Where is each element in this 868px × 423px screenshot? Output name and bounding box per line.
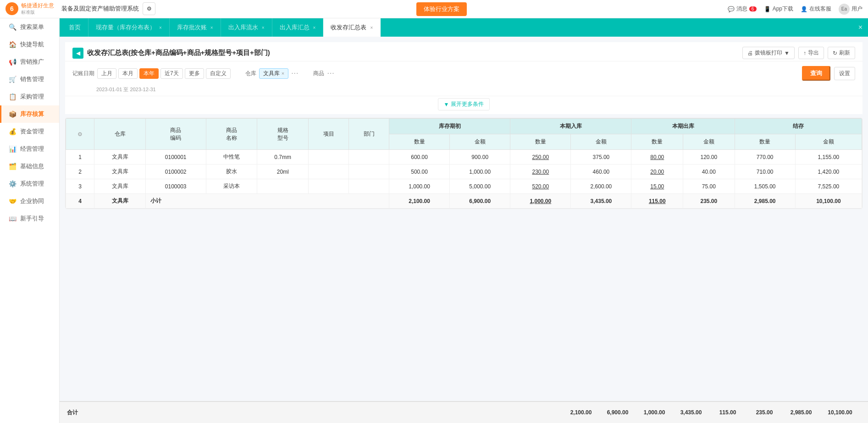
row1-in-qty[interactable]: 250.00	[510, 150, 571, 165]
expand-more-button[interactable]: ▼ 展开更多条件	[438, 98, 490, 110]
sidebar-item-base-info[interactable]: 🗂️ 基础信息	[0, 158, 59, 175]
sidebar-item-operations[interactable]: 📊 经营管理	[0, 140, 59, 158]
tab-in-out-flow[interactable]: 出入库流水 ×	[221, 18, 272, 37]
sidebar-item-purchase[interactable]: 📋 采购管理	[0, 88, 59, 105]
sidebar-item-system[interactable]: ⚙️ 系统管理	[0, 175, 59, 192]
out-group-header: 本期出库	[631, 119, 735, 134]
date-btn-more[interactable]: 更多	[185, 68, 204, 79]
row1-product-code: 0100001	[145, 150, 206, 165]
product-more-button[interactable]: ···	[327, 69, 334, 77]
sidebar-item-search[interactable]: 🔍 搜索菜单	[0, 18, 59, 36]
service-icon: 👤	[801, 6, 807, 12]
data-table: ⚙ 仓库 商品编码 商品名称 规格型号 项目 部门 库存期初 本期入库 本期出库	[66, 118, 862, 209]
sidebar-item-guide[interactable]: 📖 新手引导	[0, 210, 59, 227]
query-button[interactable]: 查询	[802, 66, 830, 81]
row1-closing-amt: 1,155.00	[795, 150, 862, 165]
table-container: ⚙ 仓库 商品编码 商品名称 规格型号 项目 部门 库存期初 本期入库 本期出库	[65, 118, 862, 209]
avatar: Ea	[839, 4, 850, 15]
product-filter: 商品 ···	[313, 69, 334, 77]
sidebar-item-quick-nav[interactable]: 🏠 快捷导航	[0, 36, 59, 53]
tab-close-in-out-flow[interactable]: ×	[262, 25, 265, 30]
row2-opening-amt: 1,000.00	[450, 165, 510, 179]
row3-product-name: 采访本	[206, 179, 257, 194]
chevron-down-icon: ▼	[444, 101, 449, 108]
table-row: 3 文具库 0100003 采访本 1,000.00 5,000.00 520.…	[66, 179, 862, 194]
row1-out-qty[interactable]: 80.00	[631, 150, 683, 165]
sidebar-item-cooperation[interactable]: 🤝 企业协同	[0, 192, 59, 210]
row2-product-code: 0100002	[145, 165, 206, 179]
message-icon: 💬	[728, 6, 735, 12]
system-icon: ⚙️	[9, 180, 17, 187]
filter-section: ◀ 收发存汇总表(按仓库+商品编码+商品+规格型号+项目+部门) 🖨 拨镜板打印…	[65, 42, 862, 114]
tab-close-in-out-summary[interactable]: ×	[313, 25, 316, 30]
tab-close-batch-account[interactable]: ×	[210, 25, 213, 30]
tab-in-out-summary[interactable]: 出入库汇总 ×	[272, 18, 324, 37]
print-button[interactable]: 🖨 拨镜板打印 ▼	[742, 47, 795, 59]
tab-bar-close-button[interactable]: ×	[853, 23, 868, 32]
subtotal-out-qty[interactable]: 115.00	[631, 194, 683, 209]
row2-closing-qty: 710.00	[735, 165, 795, 179]
footer-out-qty: 115.00	[709, 409, 746, 416]
logo-sub: 标准版	[21, 9, 54, 16]
row1-seq: 1	[66, 150, 94, 165]
row3-department	[349, 179, 389, 194]
sidebar-item-sales[interactable]: 🛒 销售管理	[0, 71, 59, 88]
sales-icon: 🛒	[9, 76, 17, 83]
subtotal-opening-amt: 6,900.00	[450, 194, 510, 209]
refresh-icon: ↻	[833, 50, 837, 56]
row3-opening-qty: 1,000.00	[389, 179, 450, 194]
trial-button[interactable]: 体验行业方案	[416, 2, 467, 16]
warehouse-more-button[interactable]: ···	[291, 69, 299, 77]
tab-close-inventory-dist[interactable]: ×	[159, 25, 162, 30]
chevron-down-icon: ▼	[784, 50, 790, 56]
message-badge: 6	[749, 6, 757, 11]
refresh-button[interactable]: ↻ 刷新	[828, 47, 855, 59]
tab-inventory-dist[interactable]: 现存量（库存分布表） ×	[88, 18, 170, 37]
date-btn-custom[interactable]: 自定义	[206, 68, 231, 79]
row3-seq: 3	[66, 179, 94, 194]
row2-out-qty[interactable]: 20.00	[631, 165, 683, 179]
app-download-button[interactable]: 📱 App下载	[764, 5, 793, 13]
row3-product-spec	[257, 179, 309, 194]
warehouse-tag-close[interactable]: ×	[282, 71, 284, 76]
subtotal-in-qty[interactable]: 1,000.00	[510, 194, 571, 209]
tab-recv-send-summary[interactable]: 收发存汇总表 ×	[323, 18, 381, 37]
warehouse-filter: 仓库 文具库 × ···	[245, 68, 299, 79]
opening-group-header: 库存期初	[389, 119, 510, 134]
row3-in-qty[interactable]: 520.00	[510, 179, 571, 194]
finance-icon: 💰	[9, 128, 17, 135]
row1-product-spec: 0.7mm	[257, 150, 309, 165]
online-service-button[interactable]: 👤 在线客服	[801, 5, 831, 13]
footer-opening-amt: 6,900.00	[599, 409, 636, 416]
collapse-button[interactable]: ◀	[72, 48, 83, 59]
user-menu-button[interactable]: Ea 用户	[839, 4, 862, 15]
row3-warehouse: 文具库	[94, 179, 145, 194]
page-content: ◀ 收发存汇总表(按仓库+商品编码+商品+规格型号+项目+部门) 🖨 拨镜板打印…	[60, 37, 868, 401]
cooperation-icon: 🤝	[9, 198, 17, 205]
sidebar-item-marketing[interactable]: 📢 营销推广	[0, 53, 59, 71]
row3-out-qty[interactable]: 15.00	[631, 179, 683, 194]
sidebar-item-inventory[interactable]: 📦 库存核算	[0, 105, 59, 123]
row3-opening-amt: 5,000.00	[450, 179, 510, 194]
settings-col-header[interactable]: ⚙	[66, 119, 94, 150]
tab-home[interactable]: 首页	[60, 18, 88, 37]
tab-batch-account[interactable]: 库存批次账 ×	[170, 18, 221, 37]
export-button[interactable]: ↑ 导出	[798, 47, 824, 59]
tab-close-recv-send-summary[interactable]: ×	[370, 25, 373, 30]
date-btn-last-month[interactable]: 上月	[97, 68, 116, 79]
row2-in-qty[interactable]: 230.00	[510, 165, 571, 179]
row1-opening-qty: 600.00	[389, 150, 450, 165]
system-settings-button[interactable]: ⚙	[143, 2, 155, 15]
footer-closing-amt: 10,100.00	[819, 409, 861, 416]
date-btn-this-month[interactable]: 本月	[118, 68, 138, 79]
warehouse-col-header: 仓库	[94, 119, 145, 150]
date-btn-7days[interactable]: 近7天	[160, 68, 183, 79]
table-settings-button[interactable]: 设置	[834, 67, 855, 80]
opening-amt-header: 金额	[450, 134, 510, 150]
sidebar-item-finance[interactable]: 💰 资金管理	[0, 123, 59, 140]
top-bar-right: 💬 消息 6 📱 App下载 👤 在线客服 Ea 用户	[728, 4, 862, 15]
product-code-col-header: 商品编码	[145, 119, 206, 150]
message-button[interactable]: 💬 消息 6	[728, 5, 757, 13]
logo-text: 畅捷通好生意	[21, 2, 54, 9]
date-btn-this-year[interactable]: 本年	[139, 68, 159, 79]
